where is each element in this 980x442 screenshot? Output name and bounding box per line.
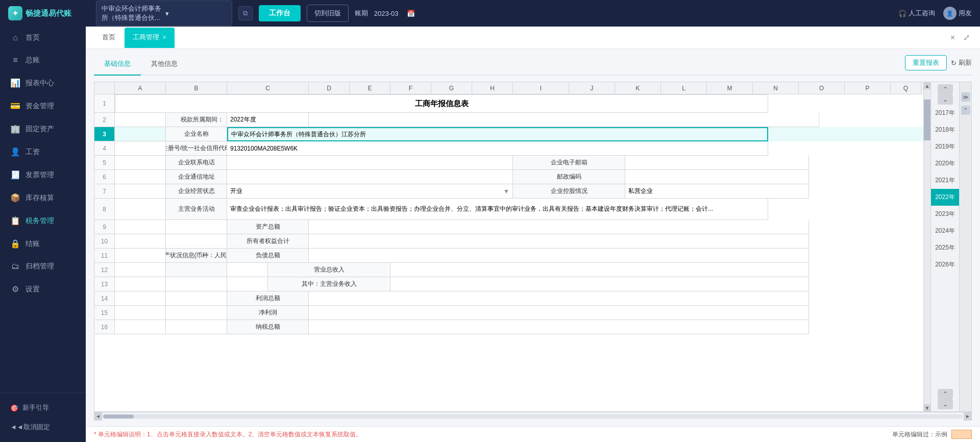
cell-6a[interactable] xyxy=(115,170,166,184)
cell-7k[interactable]: 私营企业 xyxy=(625,184,809,199)
scroll-left-button[interactable]: ◄ xyxy=(94,412,102,421)
panel-collapse-button[interactable]: ≫ xyxy=(961,92,970,102)
cell-12e[interactable] xyxy=(390,263,809,277)
workbench-button[interactable]: 工作台 xyxy=(259,5,301,21)
company-selector[interactable]: 中审众环会计师事务所（特殊普通合伙... ▾ xyxy=(96,1,232,26)
year-item-2018年[interactable]: 2018年 xyxy=(931,121,959,138)
copy-icon[interactable]: ⧉ xyxy=(238,6,253,20)
cell-9a[interactable] xyxy=(115,220,166,234)
cell-14a[interactable] xyxy=(115,291,166,306)
sidebar-item-new-guide[interactable]: 🎯 新手引导 xyxy=(0,398,86,418)
cell-16a[interactable] xyxy=(115,320,166,334)
reset-report-button[interactable]: 重置报表 xyxy=(905,55,947,70)
cell-14b[interactable] xyxy=(166,291,227,306)
cell-4c[interactable]: 91320100MA208E5W6K xyxy=(227,141,768,156)
cell-2rest[interactable] xyxy=(309,113,819,127)
cell-8a[interactable] xyxy=(115,199,166,220)
tab-business[interactable]: 工商管理 × xyxy=(125,28,175,48)
company-name-cell[interactable]: 中审众环会计师事务所（特殊普通合伙）江苏分所 xyxy=(227,127,768,141)
cell-2a[interactable] xyxy=(115,113,166,127)
year-item-2026年[interactable]: 2026年 xyxy=(931,256,959,273)
sidebar-item-finance[interactable]: 💳资金管理 xyxy=(0,94,86,117)
scroll-track[interactable] xyxy=(924,89,930,404)
cell-12a[interactable] xyxy=(115,263,166,277)
cell-10b[interactable] xyxy=(166,234,227,249)
sidebar-item-wage[interactable]: 👤工资 xyxy=(0,140,86,163)
cell-13a[interactable] xyxy=(115,277,166,291)
sub-tab-basic[interactable]: 基础信息 xyxy=(94,55,141,76)
title-cell[interactable]: 工商年报信息表 xyxy=(115,94,768,113)
cell-5c[interactable] xyxy=(227,156,513,170)
spreadsheet-main[interactable]: A B C D E F G H I J K L M N O xyxy=(94,82,923,411)
sidebar-item-archive[interactable]: 🗂归档管理 xyxy=(0,255,86,278)
cell-9b[interactable] xyxy=(166,220,227,234)
sidebar-item-inventory[interactable]: 📦库存核算 xyxy=(0,186,86,209)
sidebar-item-settings[interactable]: ⚙设置 xyxy=(0,278,86,301)
old-version-button[interactable]: 切到旧版 xyxy=(307,5,349,22)
cell-7a[interactable] xyxy=(115,184,166,199)
cell-10d[interactable] xyxy=(309,234,809,249)
cell-15a[interactable] xyxy=(115,306,166,320)
refresh-button[interactable]: ↻ 刷新 xyxy=(951,58,972,67)
sidebar-item-close[interactable]: 🔒结账 xyxy=(0,232,86,255)
year-item-2022年[interactable]: 2022年 xyxy=(931,189,959,206)
sidebar-item-invoice[interactable]: 🧾发票管理 xyxy=(0,163,86,186)
cell-2c[interactable]: 2022年度 xyxy=(227,113,309,127)
sidebar-item-ledger[interactable]: ≡总账 xyxy=(0,49,86,71)
sidebar-item-report[interactable]: 📊报表中心 xyxy=(0,71,86,94)
year-item-2019年[interactable]: 2019年 xyxy=(931,138,959,155)
cell-13c[interactable] xyxy=(227,277,268,291)
year-scroll-up-bottom[interactable]: ⌃ xyxy=(938,389,953,399)
cell-5a[interactable] xyxy=(115,156,166,170)
panel-expand-button[interactable]: ⌃ xyxy=(961,106,970,115)
cell-4a[interactable] xyxy=(115,141,166,156)
cell-12c[interactable] xyxy=(227,263,268,277)
h-scroll-thumb[interactable] xyxy=(103,414,134,419)
close-tab-button[interactable]: × xyxy=(948,31,957,44)
year-item-2024年[interactable]: 2024年 xyxy=(931,223,959,239)
sidebar-item-asset[interactable]: 🏢固定资产 xyxy=(0,117,86,140)
support-button[interactable]: 🎧 人工咨询 xyxy=(898,9,935,18)
cell-10a[interactable] xyxy=(115,234,166,249)
cell-15d[interactable] xyxy=(309,306,809,320)
sub-tab-other[interactable]: 其他信息 xyxy=(141,55,188,76)
h-scroll-track[interactable] xyxy=(103,414,963,419)
cell-6k[interactable] xyxy=(625,170,809,184)
cell-5k[interactable] xyxy=(625,156,809,170)
cell-11d[interactable] xyxy=(309,249,809,263)
cell-13e[interactable] xyxy=(390,277,809,291)
cell-16d[interactable] xyxy=(309,320,809,334)
cell-11a[interactable] xyxy=(115,249,166,263)
calendar-icon[interactable]: 📅 xyxy=(407,10,415,17)
close-icon[interactable]: × xyxy=(162,33,166,41)
horizontal-scrollbar[interactable]: ◄ ► xyxy=(94,412,972,420)
cell-14d[interactable] xyxy=(309,291,809,306)
sidebar-item-unpin[interactable]: ◄◄取消固定 xyxy=(0,418,86,437)
scroll-down-button[interactable]: ▼ xyxy=(924,404,930,411)
year-item-2023年[interactable]: 2023年 xyxy=(931,206,959,223)
cell-8c[interactable]: 审查企业会计报表；出具审计报告；验证企业资本；出具验资报告；办理企业合并、分立、… xyxy=(227,199,768,220)
scroll-up-button[interactable]: ▲ xyxy=(924,82,930,89)
user-button[interactable]: 👤 用友 xyxy=(943,7,972,20)
cell-3a[interactable] xyxy=(115,127,166,141)
tab-home[interactable]: 首页 xyxy=(94,28,124,48)
cell-13b[interactable] xyxy=(166,277,227,291)
sidebar-item-tax[interactable]: 📋税务管理 xyxy=(0,209,86,232)
cell-7c[interactable]: 开业▼ xyxy=(227,184,513,199)
year-item-2025年[interactable]: 2025年 xyxy=(931,239,959,256)
year-scroll-up[interactable]: ⌃ xyxy=(938,84,953,94)
maximize-button[interactable]: ⤢ xyxy=(961,31,972,44)
vertical-scrollbar[interactable]: ▲ ▼ xyxy=(923,82,930,411)
year-scroll-down-bottom[interactable]: ⌄ xyxy=(938,399,953,409)
year-item-2017年[interactable]: 2017年 xyxy=(931,105,959,121)
cell-6c[interactable] xyxy=(227,170,513,184)
year-scroll-down-top[interactable]: ⌄ xyxy=(938,94,953,105)
cell-15b[interactable] xyxy=(166,306,227,320)
year-item-2021年[interactable]: 2021年 xyxy=(931,172,959,189)
sidebar-item-home[interactable]: ⌂首页 xyxy=(0,27,86,49)
year-item-2020年[interactable]: 2020年 xyxy=(931,155,959,172)
cell-16b[interactable] xyxy=(166,320,227,334)
scroll-right-button[interactable]: ► xyxy=(964,412,972,421)
scroll-thumb[interactable] xyxy=(924,100,930,140)
cell-9d[interactable] xyxy=(309,220,809,234)
